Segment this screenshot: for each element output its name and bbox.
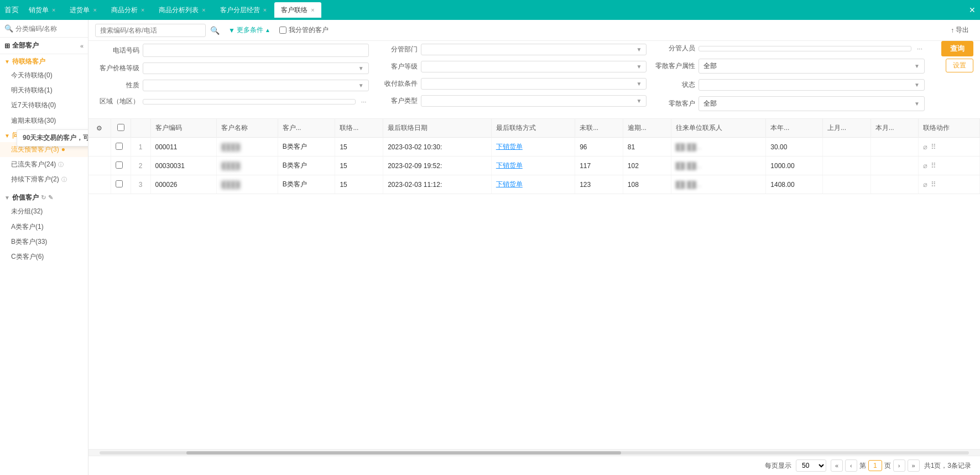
dept-select[interactable]: ▼ xyxy=(421,44,647,55)
th-this-year[interactable]: 本年... xyxy=(766,119,823,138)
sidebar-item-c-class[interactable]: C类客户(6) xyxy=(0,249,88,264)
sidebar-item-7days[interactable]: 近7天待联络(0) xyxy=(0,98,88,113)
sidebar-search-input[interactable] xyxy=(15,25,88,33)
th-uncontact[interactable]: 未联... xyxy=(575,119,623,138)
th-last-month[interactable]: 上月... xyxy=(822,119,870,138)
retail-attr-select[interactable]: 全部 ▼ xyxy=(698,59,925,74)
sidebar-item-overdue[interactable]: 逾期未联络(30) xyxy=(0,113,88,128)
settings-button[interactable]: 设置 xyxy=(946,59,973,72)
sidebar-collapse-btn[interactable]: « xyxy=(80,43,84,49)
status-select[interactable]: ▼ xyxy=(698,79,925,91)
tab-customer-layer-close[interactable]: × xyxy=(263,7,267,13)
th-code[interactable]: 客户编码 xyxy=(150,119,217,138)
th-last-contact-date[interactable]: 最后联络日期 xyxy=(383,119,492,138)
th-gear[interactable]: ⚙ xyxy=(88,119,111,138)
sidebar-item-declining[interactable]: 持续下滑客户(2) ⓘ xyxy=(0,172,88,187)
manager-select[interactable] xyxy=(698,46,911,51)
sidebar-item-churned[interactable]: 已流失客户(24) ⓘ xyxy=(0,157,88,172)
sidebar-item-ungrouped[interactable]: 未分组(32) xyxy=(0,204,88,219)
tab-analysis-list[interactable]: 商品分析列表 × xyxy=(152,2,212,18)
th-overdue[interactable]: 逾期... xyxy=(623,119,671,138)
customer-type-select[interactable]: ▼ xyxy=(421,95,647,107)
tab-analysis-close[interactable]: × xyxy=(141,7,144,13)
filter-search-icon[interactable]: 🔍 xyxy=(210,26,220,35)
td-last-method-0[interactable]: 下销货单 xyxy=(491,138,575,156)
tab-customer-contact-close[interactable]: × xyxy=(311,7,314,13)
more-icon-1[interactable]: ⠿ xyxy=(931,161,936,170)
retail-customer-label: 零散客户 xyxy=(651,99,695,108)
last-method-link-0[interactable]: 下销货单 xyxy=(496,143,523,150)
th-checkbox[interactable] xyxy=(111,119,131,138)
filter-search-input[interactable] xyxy=(95,24,206,37)
horizontal-scrollbar[interactable] xyxy=(88,449,980,456)
more-icon-2[interactable]: ⠿ xyxy=(931,180,936,189)
gear-icon[interactable]: ⚙ xyxy=(96,124,102,132)
tab-home[interactable]: 首页 xyxy=(4,5,19,15)
select-all-checkbox[interactable] xyxy=(117,124,124,131)
sidebar-all-customers[interactable]: ⊞ 全部客户 « xyxy=(0,38,88,54)
sidebar-group-pending[interactable]: ▼ 待联络客户 xyxy=(0,54,88,68)
td-checkbox-2[interactable] xyxy=(111,175,131,194)
th-last-contact-method[interactable]: 最后联络方式 xyxy=(491,119,575,138)
window-close-btn[interactable]: ✕ xyxy=(969,6,976,14)
tab-customer-layer[interactable]: 客户分层经营 × xyxy=(213,2,273,18)
my-customers-checkbox[interactable] xyxy=(279,27,286,34)
price-label: 客户价格等级 xyxy=(95,64,139,73)
tab-sales[interactable]: 销货单 × xyxy=(22,2,62,18)
region-select[interactable] xyxy=(143,99,356,105)
contact-icon-2[interactable]: ⌀ xyxy=(923,180,927,189)
last-method-link-1[interactable]: 下销货单 xyxy=(496,161,523,169)
page-next-btn[interactable]: › xyxy=(893,460,905,472)
sidebar: 🔍 ⊞ 全部客户 « ▼ 待联络客户 今天待联络(0) 明天待联络(1) 近7天… xyxy=(0,20,88,475)
contact-icon-0[interactable]: ⌀ xyxy=(923,143,927,151)
payment-select[interactable]: ▼ xyxy=(421,78,647,90)
last-method-link-2[interactable]: 下销货单 xyxy=(496,180,523,188)
export-btn[interactable]: ↑ 导出 xyxy=(946,23,973,37)
td-checkbox-0[interactable] xyxy=(111,138,131,156)
tab-customer-contact[interactable]: 客户联络 × xyxy=(274,2,321,18)
sidebar-item-a-class[interactable]: A类客户(1) xyxy=(0,220,88,234)
gender-select[interactable]: ▼ xyxy=(143,80,369,91)
region-dots[interactable]: ··· xyxy=(359,98,369,106)
td-type-2: B类客户 xyxy=(278,175,335,194)
more-conditions-btn[interactable]: ▼ 更多条件 ▲ xyxy=(224,23,275,37)
page-size-select[interactable]: 50 20 100 xyxy=(796,460,826,472)
tab-sales-close[interactable]: × xyxy=(52,7,55,13)
contact-icon-1[interactable]: ⌀ xyxy=(923,161,927,170)
phone-input[interactable] xyxy=(143,44,369,57)
scrollbar-track[interactable] xyxy=(100,451,969,455)
scrollbar-thumb[interactable] xyxy=(186,451,621,455)
price-select[interactable]: ▼ xyxy=(143,62,369,74)
th-contact[interactable]: 联络... xyxy=(335,119,383,138)
more-icon-0[interactable]: ⠿ xyxy=(931,143,936,151)
row-checkbox-0[interactable] xyxy=(116,143,123,150)
td-last-method-2[interactable]: 下销货单 xyxy=(491,175,575,194)
tab-purchase[interactable]: 进货单 × xyxy=(63,2,103,18)
row-checkbox-2[interactable] xyxy=(116,180,123,187)
retail-customer-select[interactable]: 全部 ▼ xyxy=(698,96,925,111)
th-name[interactable]: 客户名称 xyxy=(217,119,278,138)
page-last-btn[interactable]: » xyxy=(908,460,920,472)
td-checkbox-1[interactable] xyxy=(111,156,131,175)
sidebar-group-problem[interactable]: ▼ 问题客户 90天未交易的客户，可能有流失风险。 xyxy=(0,128,88,142)
row-checkbox-1[interactable] xyxy=(116,161,123,169)
th-unit-contact[interactable]: 往来单位联系人 xyxy=(671,119,766,138)
manager-dots[interactable]: ··· xyxy=(915,45,925,53)
value-group-edit[interactable]: ✎ xyxy=(48,194,53,201)
th-this-month[interactable]: 本月... xyxy=(870,119,919,138)
sidebar-item-tomorrow[interactable]: 明天待联络(1) xyxy=(0,83,88,98)
sidebar-item-b-class[interactable]: B类客户(33) xyxy=(0,234,88,249)
sidebar-group-value[interactable]: ▼ 价值客户 ↻ ✎ xyxy=(0,190,88,204)
page-first-btn[interactable]: « xyxy=(831,460,843,472)
th-type[interactable]: 客户... xyxy=(278,119,335,138)
tab-analysis-list-close[interactable]: × xyxy=(202,7,205,13)
customer-level-select[interactable]: ▼ xyxy=(421,61,647,72)
value-group-refresh[interactable]: ↻ xyxy=(41,194,46,201)
tab-analysis[interactable]: 商品分析 × xyxy=(105,2,151,18)
query-button[interactable]: 查询 xyxy=(941,41,973,56)
page-prev-btn[interactable]: ‹ xyxy=(845,460,857,472)
td-last-method-1[interactable]: 下销货单 xyxy=(491,156,575,175)
my-customers-checkbox-label[interactable]: 我分管的客户 xyxy=(279,25,329,35)
sidebar-item-today[interactable]: 今天待联络(0) xyxy=(0,68,88,83)
tab-purchase-close[interactable]: × xyxy=(93,7,96,13)
